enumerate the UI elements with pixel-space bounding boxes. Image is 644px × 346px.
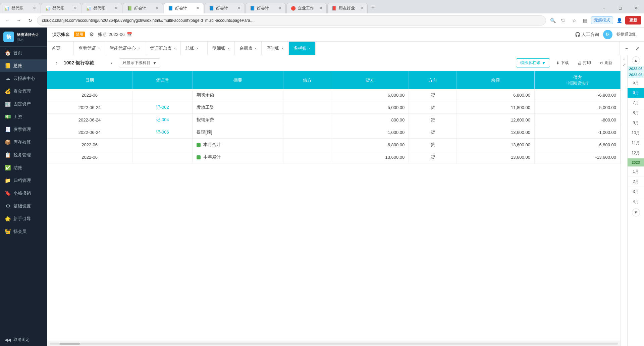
tab-close-voucher-summary[interactable]: × [174, 46, 176, 50]
user-avatar[interactable]: 畅 [603, 30, 612, 39]
consult-button[interactable]: 🎧 人工咨询 [575, 32, 599, 38]
voucher-link[interactable]: 记-004 [156, 117, 169, 122]
collapse-right-button[interactable]: ‹ [622, 58, 627, 60]
update-button[interactable]: 更新 [625, 16, 641, 24]
browser-tab-6[interactable]: 📘 好会计 ✕ [205, 3, 245, 13]
tab-home[interactable]: 首页 [47, 42, 74, 55]
sidebar-item-archive[interactable]: 📁 归档管理 [0, 174, 47, 187]
sub-account-filter[interactable]: 只显示下级科目 ▼ [119, 58, 160, 67]
tab-close-8[interactable]: ✕ [319, 6, 322, 10]
tab-close-5[interactable]: ✕ [197, 6, 200, 10]
scroll-down-icon[interactable]: ▼ [632, 208, 640, 216]
address-input[interactable] [37, 15, 546, 26]
sidebar-item-fixed-assets[interactable]: 🏢 固定资产 [0, 98, 47, 110]
minimize-button[interactable]: – [596, 3, 612, 13]
sidebar-item-settings[interactable]: ⚙ 基础设置 [0, 200, 47, 212]
browser-tab-8[interactable]: 🔴 企业工作 ✕ [286, 3, 327, 13]
sidebar-item-inventory[interactable]: 📦 库存核算 [0, 136, 47, 149]
unpin-button[interactable]: ◀◀ 取消固定 [0, 334, 47, 346]
search-icon[interactable]: 🔍 [548, 16, 557, 25]
cal-month-nov[interactable]: 11月 [628, 138, 644, 148]
sidebar-item-fund[interactable]: 💰 资金管理 [0, 85, 47, 98]
tab-close-detail-ledger[interactable]: × [227, 46, 229, 50]
tab-close-4[interactable]: ✕ [156, 6, 159, 10]
tab-balance[interactable]: 余额表 × [235, 42, 262, 55]
sidebar-toggle-icon[interactable]: ▤ [580, 16, 590, 25]
cell-voucher[interactable]: 记-004 [132, 114, 193, 126]
cal-month-feb[interactable]: 2月 [628, 177, 644, 187]
browser-tab-4[interactable]: 📗 好会计 ✕ [123, 3, 163, 13]
calendar-down-button[interactable]: ▼ [628, 207, 644, 218]
prev-account-button[interactable]: ‹ [52, 59, 60, 67]
tab-smart-voucher[interactable]: 智能凭证中心 × [105, 42, 145, 55]
tab-close-1[interactable]: ✕ [33, 6, 36, 10]
cell-voucher[interactable]: 记-006 [132, 126, 193, 139]
sidebar-item-guide[interactable]: 🌟 新手引导 [0, 212, 47, 225]
sidebar-item-close-account[interactable]: ✅ 结账 [0, 161, 47, 174]
cal-month-jul[interactable]: 7月 [628, 98, 644, 108]
tab-close-smart-voucher[interactable]: × [138, 46, 140, 50]
cal-month-apr[interactable]: 4月 [628, 197, 644, 207]
tab-time-ledger[interactable]: 序时账 × [262, 42, 288, 55]
forward-button[interactable]: → [14, 16, 23, 25]
tab-detail-ledger[interactable]: 明细账 × [208, 42, 234, 55]
voucher-link[interactable]: 记-006 [156, 130, 169, 135]
sidebar-logo[interactable]: 畅 畅捷通好会计 演示 [0, 28, 47, 47]
sidebar-item-tax[interactable]: 📋 税务管理 [0, 149, 47, 161]
tab-expand-icon[interactable]: ⤢ [633, 44, 642, 53]
expand-right-button[interactable]: ⤢ [623, 62, 626, 67]
shield-icon[interactable]: 🛡 [559, 16, 568, 25]
stealth-mode-button[interactable]: 无痕模式 [591, 16, 613, 24]
print-button[interactable]: 🖨 打印 [575, 59, 594, 67]
calendar-up-button[interactable]: ▲ [628, 55, 644, 66]
tab-close-time-ledger[interactable]: × [281, 46, 283, 50]
cal-month-may[interactable]: 5月 [628, 78, 644, 88]
multi-col-button[interactable]: 特殊多栏账 ▼ [516, 58, 550, 67]
browser-tab-7[interactable]: 📘 好会计 ✕ [246, 3, 286, 13]
user-profile-icon[interactable]: 👤 [614, 16, 624, 25]
tab-close-2[interactable]: ✕ [74, 6, 77, 10]
cell-voucher[interactable]: 记-002 [132, 101, 193, 114]
tab-close-9[interactable]: ✕ [360, 6, 363, 10]
tab-voucher-summary[interactable]: 凭证汇总表 × [145, 42, 181, 55]
browser-tab-9[interactable]: 📕 用友好业 ✕ [327, 3, 368, 13]
sidebar-item-member[interactable]: 👑 畅会员 [0, 225, 47, 238]
cal-month-mar[interactable]: 3月 [628, 187, 644, 197]
scrollbar-thumb[interactable] [60, 343, 80, 345]
horizontal-scrollbar[interactable] [47, 341, 621, 346]
tab-close-3[interactable]: ✕ [115, 6, 118, 10]
sidebar-item-expense[interactable]: 🔖 小畅报销 [0, 187, 47, 200]
sidebar-item-home[interactable]: 🏠 首页 [0, 47, 47, 59]
browser-tab-3[interactable]: 📊 易代账 ✕ [82, 3, 122, 13]
tab-close-6[interactable]: ✕ [237, 6, 240, 10]
cal-month-dec[interactable]: 12月 [628, 148, 644, 158]
tab-close-view-voucher[interactable]: × [98, 46, 100, 50]
settings-gear-icon[interactable]: ⚙ [89, 31, 94, 38]
tab-close-7[interactable]: ✕ [278, 6, 281, 10]
new-tab-button[interactable]: + [368, 3, 378, 12]
sidebar-item-salary[interactable]: 💵 工资 [0, 110, 47, 123]
cal-month-jun[interactable]: 6月 [628, 88, 644, 98]
browser-tab-2[interactable]: 📊 易代账 ✕ [41, 3, 81, 13]
next-account-button[interactable]: › [107, 59, 115, 67]
tab-close-balance[interactable]: × [255, 46, 257, 50]
scroll-up-icon[interactable]: ▲ [632, 56, 640, 64]
reload-button[interactable]: ↻ [25, 16, 35, 25]
voucher-link[interactable]: 记-002 [156, 105, 169, 110]
maximize-button[interactable]: ◻ [612, 3, 628, 13]
tab-minimize-icon[interactable]: − [622, 44, 631, 53]
cal-month-oct[interactable]: 10月 [628, 128, 644, 138]
sidebar-item-invoice[interactable]: 🧾 发票管理 [0, 123, 47, 136]
download-button[interactable]: ⬇ 下载 [553, 59, 572, 67]
cal-month-sep[interactable]: 9月 [628, 118, 644, 128]
tab-close-general-ledger[interactable]: × [196, 46, 198, 50]
sidebar-item-ledger[interactable]: 📒 总账 [0, 59, 47, 72]
cal-month-aug[interactable]: 8月 [628, 108, 644, 118]
browser-tab-1[interactable]: 📊 易代账 ✕ [0, 3, 40, 13]
close-button[interactable]: ✕ [629, 3, 644, 13]
cal-month-jan[interactable]: 1月 [628, 167, 644, 177]
tab-multi-col[interactable]: 多栏账 × [289, 42, 316, 55]
tab-close-multi-col[interactable]: × [309, 46, 311, 50]
tab-general-ledger[interactable]: 总账 × [181, 42, 208, 55]
sidebar-item-cloud-report[interactable]: ☁ 云报表中心 [0, 72, 47, 85]
